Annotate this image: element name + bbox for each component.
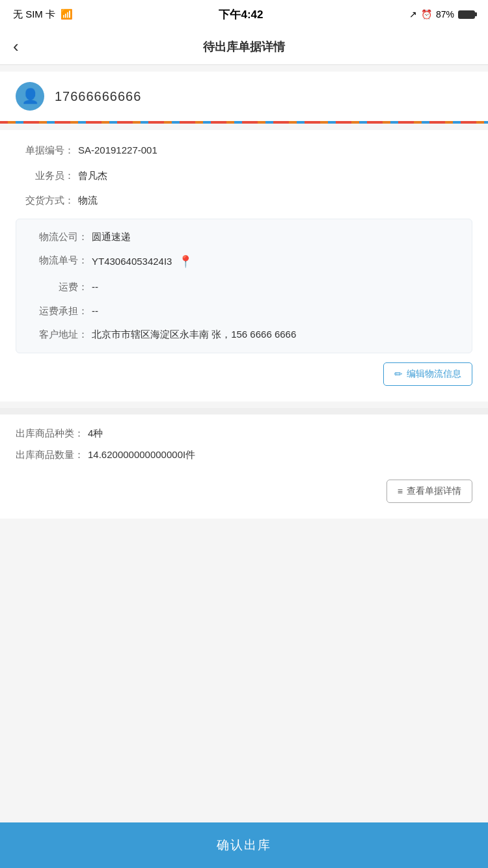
logistics-company-value: 圆通速递 bbox=[92, 230, 459, 245]
freight-row: 运费： -- bbox=[29, 280, 459, 295]
delivery-method-row: 交货方式： 物流 bbox=[16, 193, 472, 208]
user-phone: 17666666666 bbox=[55, 89, 141, 104]
tracking-number-row: 物流单号： YT43064053424I3 📍 bbox=[29, 253, 459, 271]
view-detail-button[interactable]: ≡ 查看单据详情 bbox=[386, 480, 472, 503]
product-category-label: 出库商品种类： bbox=[16, 427, 84, 440]
sales-person-label: 业务员： bbox=[16, 169, 74, 183]
edit-icon: ✏ bbox=[394, 368, 403, 380]
product-quantity-label: 出库商品数量： bbox=[16, 449, 84, 461]
avatar: 👤 bbox=[16, 82, 44, 111]
status-left: 无 SIM 卡 📶 bbox=[13, 8, 73, 21]
freight-bearer-label: 运费承担： bbox=[29, 304, 88, 319]
carrier-text: 无 SIM 卡 bbox=[13, 8, 55, 21]
freight-value: -- bbox=[92, 280, 459, 295]
page-title: 待出库单据详情 bbox=[203, 39, 285, 55]
delivery-method-value: 物流 bbox=[78, 193, 472, 208]
location-pin-icon[interactable]: 📍 bbox=[178, 253, 193, 271]
address-row: 客户地址： 北京市市辖区海淀区永丰南 张，156 6666 6666 bbox=[29, 327, 459, 342]
freight-bearer-value: -- bbox=[92, 304, 459, 319]
edit-logistics-row: ✏ 编辑物流信息 bbox=[16, 353, 472, 388]
alarm-icon: ⏰ bbox=[421, 9, 432, 20]
status-time: 下午4:42 bbox=[219, 7, 263, 22]
user-header: 👤 17666666666 bbox=[0, 72, 488, 121]
freight-bearer-row: 运费承担： -- bbox=[29, 304, 459, 319]
status-right: ↗ ⏰ 87% bbox=[409, 9, 475, 20]
address-value: 北京市市辖区海淀区永丰南 张，156 6666 6666 bbox=[92, 327, 459, 342]
view-detail-icon: ≡ bbox=[398, 486, 403, 496]
bottom-spacer bbox=[0, 519, 488, 623]
logistics-company-row: 物流公司： 圆通速递 bbox=[29, 230, 459, 245]
view-detail-label: 查看单据详情 bbox=[407, 485, 461, 497]
dashed-divider bbox=[0, 121, 488, 124]
sales-person-value: 曾凡杰 bbox=[78, 169, 472, 183]
view-detail-row: ≡ 查看单据详情 bbox=[16, 470, 472, 506]
confirm-label: 确认出库 bbox=[217, 837, 271, 854]
battery-text: 87% bbox=[436, 9, 454, 20]
delivery-method-label: 交货方式： bbox=[16, 193, 74, 208]
logistics-card: 物流公司： 圆通速递 物流单号： YT43064053424I3 📍 运费： -… bbox=[16, 219, 472, 353]
document-number-label: 单据编号： bbox=[16, 143, 74, 158]
product-quantity-row: 出库商品数量： 14.620000000000000I件 bbox=[16, 449, 472, 461]
avatar-icon: 👤 bbox=[21, 88, 39, 105]
location-status-icon: ↗ bbox=[409, 9, 417, 20]
product-category-row: 出库商品种类： 4种 bbox=[16, 427, 472, 440]
product-summary-section: 出库商品种类： 4种 出库商品数量： 14.620000000000000I件 … bbox=[0, 414, 488, 519]
freight-label: 运费： bbox=[29, 280, 88, 295]
logistics-company-label: 物流公司： bbox=[29, 230, 88, 245]
basic-info-section: 单据编号： SA-20191227-001 业务员： 曾凡杰 交货方式： 物流 … bbox=[0, 130, 488, 401]
sales-person-row: 业务员： 曾凡杰 bbox=[16, 169, 472, 183]
address-label: 客户地址： bbox=[29, 327, 88, 342]
document-number-value: SA-20191227-001 bbox=[78, 143, 472, 158]
product-category-value: 4种 bbox=[88, 427, 103, 440]
product-quantity-value: 14.620000000000000I件 bbox=[88, 449, 195, 461]
nav-bar: ‹ 待出库单据详情 bbox=[0, 29, 488, 65]
document-number-row: 单据编号： SA-20191227-001 bbox=[16, 143, 472, 158]
gray-divider bbox=[0, 408, 488, 414]
confirm-button[interactable]: 确认出库 bbox=[0, 822, 488, 868]
status-bar: 无 SIM 卡 📶 下午4:42 ↗ ⏰ 87% bbox=[0, 0, 488, 29]
tracking-number-label: 物流单号： bbox=[29, 253, 88, 268]
battery-icon bbox=[458, 10, 475, 19]
tracking-number-value: YT43064053424I3 📍 bbox=[92, 253, 459, 271]
wifi-icon: 📶 bbox=[61, 8, 73, 20]
tracking-number-text: YT43064053424I3 bbox=[92, 254, 172, 269]
back-button[interactable]: ‹ bbox=[13, 34, 24, 59]
edit-logistics-button[interactable]: ✏ 编辑物流信息 bbox=[383, 362, 472, 386]
edit-logistics-label: 编辑物流信息 bbox=[407, 368, 461, 380]
